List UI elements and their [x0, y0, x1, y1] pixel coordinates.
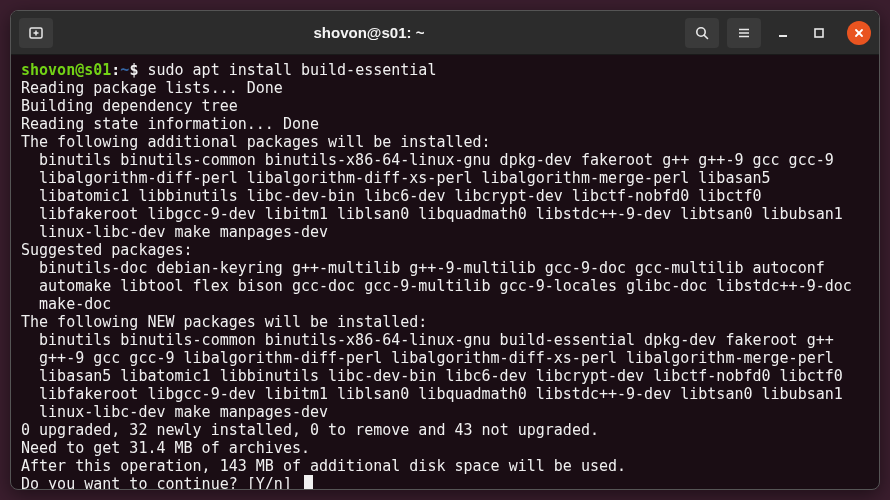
prompt-continue: Do you want to continue? [Y/n]: [21, 475, 301, 490]
prompt-dollar: $: [129, 61, 138, 79]
search-icon: [694, 25, 710, 41]
output-line: g++-9 gcc gcc-9 libalgorithm-diff-perl l…: [21, 349, 869, 367]
titlebar: shovon@s01: ~: [11, 11, 879, 55]
output-line: Building dependency tree: [21, 97, 238, 115]
prompt-separator: :: [111, 61, 120, 79]
svg-line-4: [704, 35, 707, 38]
output-line: Need to get 31.4 MB of archives.: [21, 439, 310, 457]
minimize-button[interactable]: [769, 18, 797, 48]
titlebar-left: [19, 18, 53, 48]
output-line: libasan5 libatomic1 libbinutils libc-dev…: [21, 367, 869, 385]
new-tab-icon: [28, 25, 44, 41]
output-line: Reading state information... Done: [21, 115, 319, 133]
output-line: automake libtool flex bison gcc-doc gcc-…: [21, 277, 869, 295]
new-tab-button[interactable]: [19, 18, 53, 48]
close-button[interactable]: [847, 21, 871, 45]
output-line: After this operation, 143 MB of addition…: [21, 457, 626, 475]
hamburger-icon: [736, 25, 752, 41]
svg-rect-9: [815, 29, 823, 37]
terminal-window: shovon@s01: ~: [10, 10, 880, 490]
output-line: The following NEW packages will be insta…: [21, 313, 427, 331]
command-text: sudo apt install build-essential: [147, 61, 436, 79]
search-button[interactable]: [685, 18, 719, 48]
titlebar-right: [685, 18, 871, 48]
output-line: 0 upgraded, 32 newly installed, 0 to rem…: [21, 421, 599, 439]
terminal-body[interactable]: shovon@s01:~$ sudo apt install build-ess…: [11, 55, 879, 490]
output-line: The following additional packages will b…: [21, 133, 491, 151]
output-line: libalgorithm-diff-perl libalgorithm-diff…: [21, 169, 869, 187]
output-line: Reading package lists... Done: [21, 79, 283, 97]
output-line: linux-libc-dev make manpages-dev: [21, 223, 869, 241]
output-line: binutils binutils-common binutils-x86-64…: [21, 151, 869, 169]
output-line: libfakeroot libgcc-9-dev libitm1 liblsan…: [21, 205, 869, 223]
window-title: shovon@s01: ~: [53, 24, 685, 41]
output-line: libatomic1 libbinutils libc-dev-bin libc…: [21, 187, 869, 205]
output-line: binutils binutils-common binutils-x86-64…: [21, 331, 869, 349]
minimize-icon: [776, 26, 790, 40]
maximize-icon: [812, 26, 826, 40]
prompt-user-host: shovon@s01: [21, 61, 111, 79]
output-line: Suggested packages:: [21, 241, 193, 259]
output-line: make-doc: [21, 295, 869, 313]
output-line: libfakeroot libgcc-9-dev libitm1 liblsan…: [21, 385, 869, 403]
cursor: [304, 475, 313, 490]
menu-button[interactable]: [727, 18, 761, 48]
output-line: binutils-doc debian-keyring g++-multilib…: [21, 259, 869, 277]
close-icon: [853, 27, 865, 39]
maximize-button[interactable]: [805, 18, 833, 48]
output-line: linux-libc-dev make manpages-dev: [21, 403, 869, 421]
